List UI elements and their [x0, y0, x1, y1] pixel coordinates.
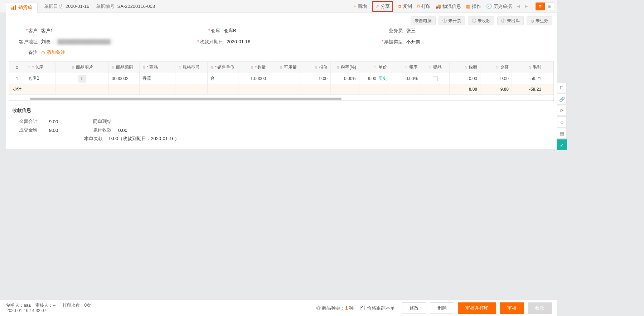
- tag-unshipped[interactable]: ⓘ未出库: [497, 16, 524, 25]
- share-button[interactable]: ↗分享: [372, 1, 393, 12]
- operate-button[interactable]: ▦操作: [466, 3, 481, 10]
- info-icon: ⓘ: [501, 18, 505, 24]
- prev-doc-button[interactable]: ◀: [517, 4, 520, 9]
- address-masked: ████████████████: [54, 38, 114, 45]
- edit-button[interactable]: 修改: [402, 302, 426, 314]
- bar-chart-icon: [11, 5, 16, 10]
- subtotal-row: 小计 0.00 9.00 -59.21: [9, 84, 553, 95]
- svg-rect-0: [11, 8, 13, 10]
- grid-icon: ▦: [466, 4, 470, 9]
- footer-meta: 制单人：aaa 审核人：-- 打印次数：0次 2020-01-16 14:32:…: [6, 303, 91, 313]
- gift-checkbox[interactable]: [433, 76, 438, 81]
- copy-button[interactable]: ⧉复制: [398, 3, 412, 10]
- new-button[interactable]: +新增: [353, 3, 367, 10]
- field-address: 客户地址刘总████████████████: [15, 38, 183, 45]
- audit-print-button[interactable]: 审核并打印: [458, 302, 496, 314]
- chevron-down-icon: ▾: [428, 4, 430, 8]
- field-customer: *客户客户1: [15, 28, 183, 34]
- field-invoice: *票据类型不开票: [380, 38, 548, 45]
- image-placeholder-icon[interactable]: b: [78, 75, 86, 83]
- field-salesman: 业务员张三: [380, 28, 548, 34]
- rail-refresh-icon[interactable]: ⟳: [557, 105, 567, 116]
- plus-circle-icon: ⊕: [41, 50, 45, 55]
- table-horizontal-scrollbar[interactable]: [9, 97, 554, 101]
- doc-header: 销货单 单据日期 2020-01-16 单据编号 SA-20200116-003…: [0, 0, 557, 13]
- field-duedate: *收款到期日2020-01-16: [197, 38, 365, 45]
- svg-rect-1: [13, 6, 14, 10]
- field-warehouse: *仓库仓库B: [197, 28, 365, 34]
- rail-grid-icon[interactable]: ▦: [557, 128, 567, 139]
- tag-unpaid[interactable]: ⓘ未收款: [468, 16, 494, 25]
- payment-section: 收款信息 金额合计9.00 同单现结-- 成交金额9.00 累计收款0.00 本…: [6, 104, 557, 149]
- rail-user-icon[interactable]: ☺: [557, 117, 567, 127]
- info-icon: ⓘ: [442, 18, 447, 24]
- tag-source: 来自电脑: [411, 16, 436, 25]
- rail-link-icon[interactable]: 🔗: [557, 94, 567, 104]
- row-index: 1: [9, 73, 25, 84]
- info-icon: ⓘ: [472, 18, 476, 24]
- copy-icon: ⧉: [398, 4, 401, 9]
- doc-date: 单据日期 2020-01-16: [44, 3, 89, 10]
- audit-button[interactable]: 审核: [500, 302, 524, 314]
- truck-icon: 🚚: [435, 4, 441, 9]
- view-switch: ≡ ⊞: [536, 3, 554, 10]
- price-follow-checkbox[interactable]: 价格跟踪本单: [360, 305, 395, 311]
- logistics-button[interactable]: 🚚物流信息: [435, 3, 461, 10]
- view-detail-button[interactable]: ⊞: [545, 3, 554, 10]
- delete-button[interactable]: 删除: [430, 302, 454, 314]
- print-button[interactable]: ⎙打印▾: [417, 3, 430, 10]
- svg-rect-2: [15, 5, 16, 10]
- footer-bar: 制单人：aaa 审核人：-- 打印次数：0次 2020-01-16 14:32:…: [0, 300, 557, 316]
- add-remark-button[interactable]: ⊕添加备注: [41, 49, 65, 56]
- tag-inactive[interactable]: ⊘未生效: [527, 16, 552, 25]
- items-table: ⚙ ⇅*仓库 ⇅商品图片 ⇅商品编码 ⇅*商品 ⇅规格型号 ⇅*销售单位 ⇅*数…: [9, 61, 554, 95]
- tab-sales-order[interactable]: 销货单: [6, 2, 38, 13]
- side-rail: 🗒 🔗 ⟳ ☺ ▦ ⤢: [557, 82, 567, 150]
- payment-title: 收款信息: [13, 107, 550, 114]
- column-settings-button[interactable]: ⚙: [9, 62, 25, 73]
- item-kinds: ◎ 商品种类：1 种: [316, 305, 354, 311]
- tab-title: 销货单: [18, 4, 32, 11]
- table-row[interactable]: 1 仓库B b 0000002 香蕉 台 1.00000 9.00 0.00% …: [9, 73, 553, 84]
- table-header: ⚙ ⇅*仓库 ⇅商品图片 ⇅商品编码 ⇅*商品 ⇅规格型号 ⇅*销售单位 ⇅*数…: [9, 62, 553, 73]
- field-remark: 备注 ⊕添加备注: [15, 49, 183, 56]
- rail-note-icon[interactable]: 🗒: [557, 82, 567, 93]
- clock-icon: 🕘: [486, 4, 492, 9]
- doc-no: 单据编号 SA-20200116-003: [96, 3, 155, 10]
- forbid-icon: ⊘: [531, 19, 534, 24]
- receipt-button[interactable]: 收款: [528, 302, 552, 314]
- view-list-button[interactable]: ≡: [536, 3, 545, 10]
- document-card: 来自电脑 ⓘ未开票 ⓘ未收款 ⓘ未出库 ⊘未生效 *客户客户1 *仓库仓库B 业…: [6, 13, 557, 149]
- history-button[interactable]: 🕘历史单据: [486, 3, 512, 10]
- print-icon: ⎙: [417, 4, 420, 9]
- price-history-link[interactable]: 历史: [378, 75, 387, 82]
- plus-icon: +: [353, 4, 356, 9]
- tag-uninvoiced[interactable]: ⓘ未开票: [439, 16, 465, 25]
- rail-expand-icon[interactable]: ⤢: [557, 139, 567, 150]
- share-icon: ↗: [375, 4, 379, 9]
- next-doc-button[interactable]: ▶: [525, 4, 528, 9]
